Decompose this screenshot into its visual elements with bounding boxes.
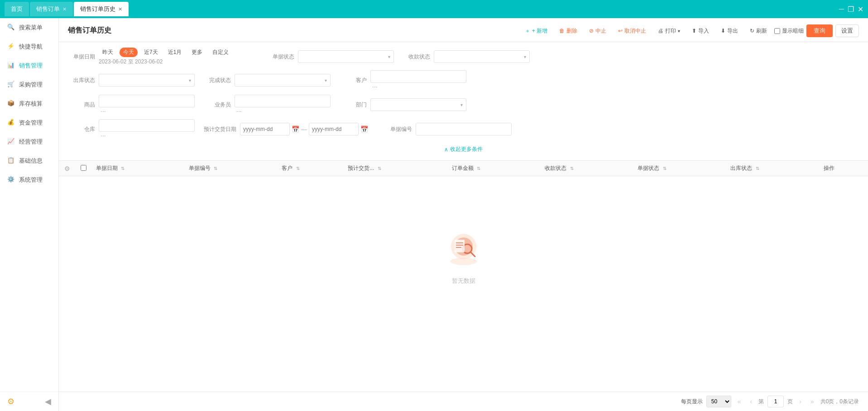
new-button[interactable]: ＋ + 新增: [520, 25, 552, 37]
sidebar-item-label: 快捷导航: [19, 43, 43, 51]
th-customer[interactable]: 客户 ⇅: [277, 161, 343, 176]
cancel-stop-button[interactable]: ↩ 取消中止: [614, 25, 651, 37]
payment-status-control: ▾: [434, 50, 530, 63]
print-button[interactable]: 🖨 打印 ▾: [653, 25, 685, 37]
tab-sales-order-close[interactable]: ✕: [62, 6, 67, 12]
goods-dots[interactable]: ···: [99, 107, 108, 115]
print-chevron-icon: ▾: [678, 29, 680, 34]
query-button[interactable]: 查询: [806, 24, 833, 37]
th-number-label: 单据编号: [189, 165, 211, 171]
sidebar-item-purchase-mgmt[interactable]: 🛒 采购管理: [0, 75, 58, 94]
filter-area: 单据日期 昨天 今天 近7天 近1月 更多 自定义 2023-06-02 至 2…: [59, 42, 868, 161]
tab-sales-order-history-close[interactable]: ✕: [118, 6, 122, 12]
page-size-select[interactable]: 20 50 100: [706, 396, 731, 407]
next-page-button[interactable]: ›: [796, 397, 804, 406]
th-amount[interactable]: 订单金额 ⇅: [447, 161, 540, 176]
content-header: 销售订单历史 ＋ + 新增 🗑 删除 ⊘ 中止 ↩ 取消中止: [59, 18, 868, 42]
th-payment-status[interactable]: 收款状态 ⇅: [540, 161, 633, 176]
first-page-button[interactable]: «: [735, 397, 744, 406]
warehouse-dots[interactable]: ···: [99, 132, 108, 139]
window-close-icon[interactable]: ✕: [858, 5, 863, 14]
warehouse-input[interactable]: [99, 119, 195, 132]
customer-dots[interactable]: ···: [370, 83, 379, 90]
filter-row-4: 仓库 ··· 预计交货日期 📅 — 📅: [68, 119, 859, 139]
display-cols-toggle[interactable]: 显示暗细: [774, 27, 804, 35]
salesman-dots[interactable]: ···: [235, 107, 244, 115]
salesman-input[interactable]: [235, 95, 331, 107]
sidebar-item-label: 系统管理: [19, 176, 43, 184]
date-more[interactable]: 更多: [188, 48, 206, 57]
total-text: 共0页，0条记录: [820, 398, 859, 406]
sidebar-item-inventory-check[interactable]: 📦 库存核算: [0, 94, 58, 113]
sort-date-icon: ⇅: [121, 166, 125, 171]
sidebar-item-label: 搜索菜单: [19, 24, 43, 32]
salesman-label: 业务员: [204, 101, 231, 109]
payment-status-select[interactable]: [434, 50, 530, 63]
sidebar-item-sales-mgmt[interactable]: 📊 销售管理: [0, 56, 58, 75]
customer-input[interactable]: [370, 70, 466, 83]
complete-status-select[interactable]: [235, 74, 331, 87]
date-today[interactable]: 今天: [120, 48, 138, 57]
date-7days[interactable]: 近7天: [140, 48, 162, 57]
sidebar-item-operations-mgmt[interactable]: 📈 经营管理: [0, 132, 58, 151]
sidebar-collapse-icon[interactable]: ◀: [45, 396, 51, 406]
display-cols-checkbox[interactable]: [774, 28, 780, 34]
outbound-status-label: 出库状态: [68, 77, 95, 84]
stop-button[interactable]: ⊘ 中止: [585, 25, 611, 37]
sidebar-item-basic-info[interactable]: 📋 基础信息: [0, 151, 58, 170]
window-restore-icon[interactable]: ❐: [848, 5, 854, 14]
sidebar-item-search-menu[interactable]: 🔍 搜索菜单: [0, 18, 58, 37]
collapse-bar[interactable]: ∧ 收起更多条件: [68, 144, 859, 155]
export-icon: ⬇: [721, 28, 725, 34]
page-size-label: 每页显示: [681, 398, 703, 406]
refresh-button[interactable]: ↻ 刷新: [745, 25, 772, 37]
tab-home[interactable]: 首页: [5, 2, 29, 16]
dept-select[interactable]: [370, 98, 466, 111]
last-page-button[interactable]: »: [808, 397, 817, 406]
complete-status-control: ▾: [235, 74, 331, 87]
date-yesterday[interactable]: 昨天: [99, 48, 117, 57]
sidebar-item-system-mgmt[interactable]: ⚙️ 系统管理: [0, 170, 58, 189]
sort-bill-status-icon: ⇅: [663, 166, 667, 171]
th-delivery[interactable]: 预计交货... ⇅: [343, 161, 447, 176]
sidebar-item-quick-nav[interactable]: ⚡ 快捷导航: [0, 37, 58, 56]
sidebar-item-label: 销售管理: [19, 62, 43, 70]
window-minimize-icon[interactable]: ─: [839, 5, 844, 13]
th-outbound-status[interactable]: 出库状态 ⇅: [726, 161, 819, 176]
prev-page-button[interactable]: ‹: [748, 397, 755, 406]
delivery-date-end[interactable]: [309, 123, 359, 135]
data-table: ⚙ 单据日期 ⇅ 单据编号 ⇅: [59, 161, 868, 335]
bill-number-input[interactable]: [416, 123, 512, 135]
th-date[interactable]: 单据日期 ⇅: [91, 161, 184, 176]
import-icon: ⬆: [692, 28, 696, 34]
warehouse-label: 仓库: [68, 126, 95, 133]
delivery-date-label: 预计交货日期: [204, 126, 236, 133]
delivery-date-start[interactable]: [240, 123, 290, 135]
content: 销售订单历史 ＋ + 新增 🗑 删除 ⊘ 中止 ↩ 取消中止: [59, 18, 868, 411]
date-1month[interactable]: 近1月: [164, 48, 186, 57]
tab-sales-order-history[interactable]: 销售订单历史 ✕: [74, 2, 129, 16]
calendar-end-icon[interactable]: 📅: [360, 126, 368, 133]
import-button[interactable]: ⬆ 导入: [687, 25, 714, 37]
delete-button[interactable]: 🗑 删除: [555, 25, 582, 37]
operations-mgmt-icon: 📈: [7, 138, 15, 146]
tab-sales-order[interactable]: 销售订单 ✕: [30, 2, 73, 16]
th-bill-status[interactable]: 单据状态 ⇅: [633, 161, 726, 176]
export-button[interactable]: ⬇ 导出: [716, 25, 743, 37]
date-label: 单据日期: [68, 53, 95, 61]
select-all-checkbox[interactable]: [81, 165, 86, 171]
goods-input[interactable]: [99, 95, 195, 107]
page-number-input[interactable]: [767, 396, 784, 407]
bill-status-select[interactable]: [298, 50, 394, 63]
table-settings-icon[interactable]: ⚙: [64, 165, 70, 172]
sidebar-settings-icon[interactable]: ⚙: [7, 396, 14, 406]
sidebar-item-capital-mgmt[interactable]: 💰 资金管理: [0, 113, 58, 132]
outbound-status-select[interactable]: [99, 74, 195, 87]
date-custom[interactable]: 自定义: [209, 48, 232, 57]
calendar-start-icon[interactable]: 📅: [292, 126, 299, 133]
th-number[interactable]: 单据编号 ⇅: [184, 161, 277, 176]
th-delivery-label: 预计交货...: [348, 165, 374, 171]
tab-sales-order-history-label: 销售订单历史: [80, 5, 115, 13]
filter-goods: 商品 ···: [68, 95, 195, 115]
setting-button[interactable]: 设置: [835, 24, 859, 37]
